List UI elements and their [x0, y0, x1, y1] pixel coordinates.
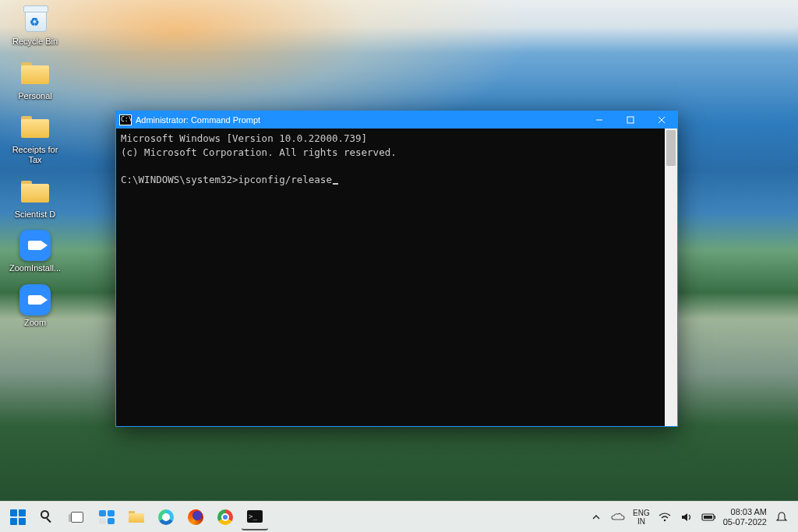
cmd-prompt: C:\WINDOWS\system32> — [121, 174, 238, 185]
onedrive-tray-icon[interactable] — [611, 510, 625, 524]
battery-tray-icon[interactable] — [701, 510, 715, 524]
desktop-icon-personal[interactable]: Personal — [5, 58, 65, 101]
taskbar: >_ ENG IN 08:03 AM — [0, 501, 798, 532]
cmd-cursor — [333, 183, 338, 185]
window-titlebar[interactable]: C:\ Administrator: Command Prompt — [116, 111, 677, 129]
wifi-tray-icon[interactable] — [658, 510, 672, 524]
chevron-up-icon — [592, 513, 600, 521]
zoom-icon — [19, 284, 51, 315]
terminal-icon: >_ — [247, 510, 263, 523]
search-icon — [41, 510, 55, 524]
minimize-button[interactable] — [584, 111, 615, 129]
desktop-icon-scientist[interactable]: Scientist D — [5, 176, 65, 220]
desktop-icon-label: Scientist D — [15, 210, 56, 220]
clock-date: 05-07-2022 — [723, 517, 767, 527]
folder-icon — [19, 111, 51, 143]
language-indicator[interactable]: ENG IN — [633, 509, 650, 526]
desktop-icon-label: Receipts for Tax — [5, 145, 65, 164]
chrome-button[interactable] — [212, 504, 238, 530]
desktop-icon-recycle-bin[interactable]: ♻ Recycle Bin — [5, 3, 65, 47]
task-view-icon — [71, 512, 83, 523]
maximize-button[interactable] — [615, 111, 646, 129]
edge-icon — [158, 509, 174, 525]
language-top: ENG — [633, 509, 650, 517]
desktop-icon-label: Zoom — [24, 318, 46, 328]
firefox-icon — [188, 509, 203, 525]
svg-rect-8 — [715, 516, 715, 519]
svg-rect-7 — [704, 516, 712, 519]
close-button[interactable] — [646, 111, 677, 129]
terminal-button[interactable]: >_ — [242, 504, 268, 530]
window-title: Administrator: Command Prompt — [136, 115, 260, 125]
cmd-output[interactable]: Microsoft Windows [Version 10.0.22000.73… — [116, 129, 665, 426]
folder-icon — [19, 58, 51, 89]
widgets-icon — [99, 510, 115, 524]
system-tray: ENG IN 08:03 AM 05-07-2022 — [592, 507, 798, 527]
language-bottom: IN — [633, 517, 650, 526]
desktop-icon-zoom-installer[interactable]: ZoomInstall... — [5, 230, 65, 273]
cmd-line: Microsoft Windows [Version 10.0.22000.73… — [121, 132, 367, 144]
clock[interactable]: 08:03 AM 05-07-2022 — [723, 507, 767, 527]
scrollbar-thumb[interactable] — [666, 130, 676, 166]
svg-marker-5 — [682, 513, 687, 521]
search-button[interactable] — [34, 504, 61, 530]
firefox-button[interactable] — [182, 504, 209, 530]
cmd-line: (c) Microsoft Corporation. All rights re… — [121, 146, 397, 158]
desktop-icon-label: Personal — [18, 91, 51, 101]
desktop-icon-label: ZoomInstall... — [9, 263, 61, 273]
zoom-icon — [19, 230, 51, 261]
volume-tray-icon[interactable] — [680, 510, 694, 524]
folder-icon — [19, 176, 51, 207]
scrollbar[interactable] — [665, 129, 677, 426]
tray-overflow-button[interactable] — [592, 513, 603, 521]
start-button[interactable] — [5, 504, 31, 530]
svg-rect-1 — [627, 117, 634, 123]
desktop-icons: ♻ Recycle Bin Personal Receipts for Tax … — [5, 3, 65, 327]
cmd-body: Microsoft Windows [Version 10.0.22000.73… — [116, 129, 677, 426]
desktop-icon-zoom[interactable]: Zoom — [5, 284, 65, 328]
file-explorer-icon — [129, 511, 144, 523]
widgets-button[interactable] — [94, 504, 120, 530]
desktop-icon-receipts[interactable]: Receipts for Tax — [5, 111, 65, 164]
svg-point-4 — [664, 519, 666, 520]
clock-time: 08:03 AM — [723, 507, 767, 517]
file-explorer-button[interactable] — [123, 504, 150, 530]
edge-button[interactable] — [153, 504, 179, 530]
windows-logo-icon — [10, 509, 26, 525]
desktop-icon-label: Recycle Bin — [12, 37, 58, 47]
chrome-icon — [217, 509, 233, 525]
recycle-bin-icon: ♻ — [19, 3, 51, 34]
cmd-titlebar-icon: C:\ — [119, 115, 132, 125]
task-view-button[interactable] — [64, 504, 90, 530]
notifications-button[interactable] — [775, 510, 789, 524]
desktop: ♻ Recycle Bin Personal Receipts for Tax … — [0, 0, 798, 532]
cmd-typed: ipconfig/release — [238, 174, 332, 185]
taskbar-apps: >_ — [0, 504, 268, 530]
notifications-icon — [775, 511, 788, 523]
command-prompt-window[interactable]: C:\ Administrator: Command Prompt Micros… — [115, 111, 678, 427]
